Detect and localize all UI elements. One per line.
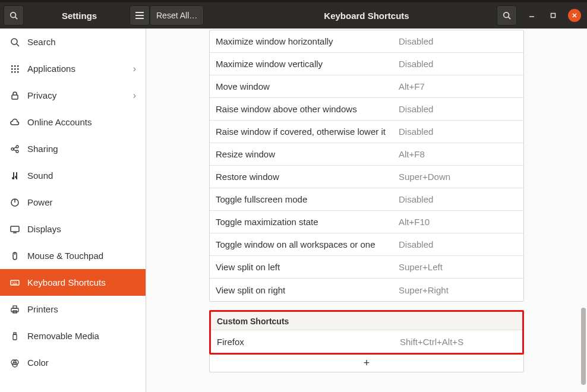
sidebar-search-button[interactable] <box>4 5 24 26</box>
sidebar-item-label: Online Accounts <box>27 117 136 127</box>
shortcut-row[interactable]: Raise window if covered, otherwise lower… <box>210 121 523 143</box>
sidebar-item-privacy[interactable]: Privacy› <box>0 82 146 109</box>
displays-icon <box>10 224 20 235</box>
custom-shortcut-row[interactable]: FirefoxShift+Ctrl+Alt+S <box>211 330 522 353</box>
share-icon <box>10 144 20 154</box>
svg-rect-16 <box>11 68 13 70</box>
sidebar-item-online-accounts[interactable]: Online Accounts <box>0 109 146 135</box>
shortcut-action: Raise window above other windows <box>216 104 399 114</box>
usb-icon <box>10 331 20 342</box>
shortcut-value: Alt+F8 <box>399 149 425 159</box>
sidebar-item-label: Power <box>27 197 136 207</box>
cloud-icon <box>10 117 20 128</box>
shortcut-action: Move window <box>216 81 399 91</box>
main: SearchApplications›Privacy›Online Accoun… <box>0 29 587 392</box>
minimize-button[interactable] <box>525 9 538 22</box>
svg-line-6 <box>509 17 511 20</box>
custom-shortcuts-highlight: Custom Shortcuts FirefoxShift+Ctrl+Alt+S <box>209 310 524 355</box>
sound-icon <box>10 170 20 181</box>
shortcut-value: Alt+F10 <box>399 217 430 227</box>
sidebar-item-label: Keyboard Shortcuts <box>27 277 136 287</box>
sidebar-item-label: Applications <box>27 64 133 74</box>
sidebar-item-printers[interactable]: Printers <box>0 296 146 323</box>
shortcut-action: Toggle maximization state <box>216 217 399 227</box>
shortcut-action: Firefox <box>217 337 400 347</box>
shortcut-value: Super+Down <box>399 172 450 182</box>
scrollbar-thumb[interactable] <box>581 308 586 385</box>
shortcut-action: Restore window <box>216 172 399 182</box>
sidebar-item-power[interactable]: Power <box>0 189 146 216</box>
shortcut-value: Shift+Ctrl+Alt+S <box>400 337 463 347</box>
close-button[interactable] <box>568 9 581 22</box>
svg-rect-15 <box>17 65 19 67</box>
sidebar-item-sound[interactable]: Sound <box>0 162 146 189</box>
svg-point-0 <box>11 12 16 18</box>
svg-rect-21 <box>17 71 19 73</box>
shortcut-row[interactable]: Resize windowAlt+F8 <box>210 143 523 166</box>
svg-point-5 <box>504 12 509 18</box>
plus-icon: + <box>364 357 370 369</box>
svg-point-41 <box>14 282 15 283</box>
shortcut-row[interactable]: Raise window above other windowsDisabled <box>210 98 523 121</box>
svg-rect-14 <box>14 65 16 67</box>
shortcut-row[interactable]: Restore windowSuper+Down <box>210 166 523 188</box>
content-scrollbar[interactable] <box>580 29 587 392</box>
sidebar-item-sharing[interactable]: Sharing <box>0 135 146 162</box>
svg-rect-38 <box>11 280 19 285</box>
sidebar-item-removable-media[interactable]: Removable Media <box>0 323 146 349</box>
content-area: Maximize window horizontallyDisabledMaxi… <box>146 29 587 392</box>
sidebar-item-label: Color <box>27 358 136 368</box>
maximize-button[interactable] <box>547 9 560 22</box>
shortcut-row[interactable]: View split on leftSuper+Left <box>210 256 523 279</box>
reset-all-button[interactable]: Reset All… <box>150 5 204 26</box>
shortcut-row[interactable]: Toggle fullscreen modeDisabled <box>210 188 523 211</box>
sidebar-item-label: Privacy <box>27 90 133 100</box>
svg-point-40 <box>12 282 13 283</box>
shortcut-value: Super+Right <box>399 285 449 295</box>
shortcut-value: Disabled <box>399 194 433 204</box>
settings-title: Settings <box>62 11 97 21</box>
add-shortcut-button[interactable]: + <box>209 355 524 372</box>
svg-rect-43 <box>11 308 18 312</box>
svg-rect-20 <box>14 71 16 73</box>
svg-rect-13 <box>11 65 13 67</box>
shortcut-action: Raise window if covered, otherwise lower… <box>216 127 399 137</box>
sidebar-item-applications[interactable]: Applications› <box>0 55 146 82</box>
shortcut-row[interactable]: Toggle window on all workspaces or oneDi… <box>210 233 523 256</box>
titlebar-right: Reset All… Keyboard Shortcuts <box>150 5 583 26</box>
shortcut-row[interactable]: Maximize window verticallyDisabled <box>210 53 523 75</box>
sidebar-item-displays[interactable]: Displays <box>0 216 146 242</box>
mouse-icon <box>10 251 20 261</box>
custom-shortcuts-header: Custom Shortcuts <box>211 312 522 330</box>
sidebar-item-keyboard-shortcuts[interactable]: Keyboard Shortcuts <box>0 269 146 296</box>
shortcut-row[interactable]: Move windowAlt+F7 <box>210 75 523 98</box>
sidebar-item-label: Sharing <box>27 144 136 154</box>
close-icon <box>572 12 577 18</box>
search-icon <box>10 11 18 20</box>
svg-line-26 <box>14 147 17 148</box>
windows-shortcuts-section: Maximize window horizontallyDisabledMaxi… <box>209 30 524 302</box>
power-icon <box>10 197 20 208</box>
svg-rect-34 <box>11 226 19 232</box>
svg-rect-46 <box>13 334 17 340</box>
svg-rect-22 <box>12 95 18 99</box>
svg-line-1 <box>15 17 18 20</box>
sidebar-item-color[interactable]: Color <box>0 349 146 376</box>
sidebar-item-mouse-touchpad[interactable]: Mouse & Touchpad <box>0 242 146 269</box>
sidebar-item-search[interactable]: Search <box>0 29 146 55</box>
shortcut-row[interactable]: View split on rightSuper+Right <box>210 279 523 301</box>
shortcut-action: Maximize window horizontally <box>216 36 399 46</box>
chevron-right-icon: › <box>133 64 136 74</box>
sidebar-item-label: Removable Media <box>27 331 136 341</box>
apps-icon <box>10 64 20 74</box>
hamburger-menu-button[interactable] <box>130 5 150 26</box>
printer-icon <box>10 304 20 315</box>
shortcut-row[interactable]: Maximize window horizontallyDisabled <box>210 30 523 53</box>
sidebar-item-label: Mouse & Touchpad <box>27 251 136 261</box>
sidebar: SearchApplications›Privacy›Online Accoun… <box>0 29 146 392</box>
shortcut-action: Toggle fullscreen mode <box>216 194 399 204</box>
svg-point-42 <box>15 282 17 283</box>
header-search-button[interactable] <box>497 5 517 26</box>
shortcut-action: Resize window <box>216 149 399 159</box>
shortcut-row[interactable]: Toggle maximization stateAlt+F10 <box>210 211 523 233</box>
